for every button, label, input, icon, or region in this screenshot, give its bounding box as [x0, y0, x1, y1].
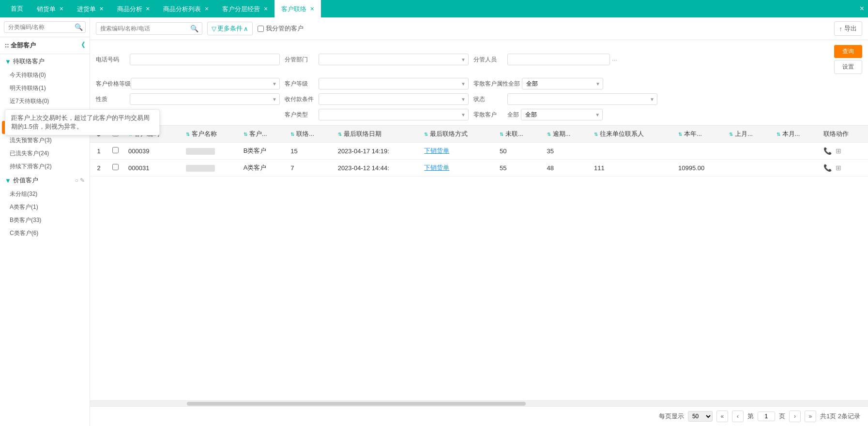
last-method-link-2[interactable]: 下销货单 — [424, 164, 449, 171]
sidebar-search-input[interactable] — [4, 21, 86, 33]
nav-close-sales[interactable]: × — [60, 5, 63, 13]
th-sort-type: ⇅ 客户... — [244, 130, 281, 138]
th-last-method-label[interactable]: 最后联络方式 — [430, 130, 468, 138]
per-page-select[interactable]: 50 100 200 — [688, 411, 713, 422]
nav-item-analysis-list[interactable]: 商品分析列表 × — [156, 0, 215, 17]
table-header-row: ⚙ ⇅ 客户编码 ⇅ — [90, 126, 868, 143]
filter-select-customer-level[interactable] — [319, 78, 469, 89]
next-page-button[interactable]: › — [789, 411, 801, 422]
filter-select-scatter-attr[interactable]: 全部 — [522, 78, 603, 89]
sidebar-item-declining[interactable]: 持续下滑客户(2) — [0, 160, 90, 173]
phone-icon-1[interactable]: 📞 — [823, 147, 832, 155]
cell-name-2 — [181, 160, 239, 176]
last-page-button[interactable]: » — [805, 411, 816, 422]
nav-close-analysis-list[interactable]: × — [205, 5, 209, 13]
sidebar-group-pending[interactable]: ▼ 待联络客户 — [0, 54, 90, 69]
sidebar-item-class-b[interactable]: B类客户(33) — [0, 214, 90, 227]
name-blur-2 — [186, 165, 215, 172]
grid-icon-2[interactable]: ⊞ — [836, 164, 841, 172]
cell-code-1: 000039 — [123, 143, 181, 160]
th-this-month-label[interactable]: 本月... — [782, 130, 800, 138]
table-row: 1 000039 B类客户 15 2023-04-17 14:19: 下销货单 — [90, 143, 868, 160]
nav-item-sales[interactable]: 销货单 × — [30, 0, 70, 17]
filter-field-payment: 收付款条件 ▼ — [285, 93, 469, 105]
table-footer: 每页显示 50 100 200 « ‹ 第 页 › » 共1页 2条记录 — [90, 406, 868, 426]
horizontal-scroll-thumb[interactable] — [187, 402, 526, 406]
filter-search-input[interactable] — [96, 22, 202, 35]
row-checkbox-1[interactable] — [112, 147, 119, 153]
filter-field-customer-level: 客户等级 ▼ — [285, 78, 469, 89]
last-method-link-1[interactable]: 下销货单 — [424, 147, 449, 154]
nav-close-purchase[interactable]: × — [99, 5, 103, 13]
filter-select-price-level[interactable] — [131, 78, 280, 89]
query-button[interactable]: 查询 — [834, 45, 862, 58]
filter-select-status[interactable] — [507, 93, 657, 105]
my-customer-checkbox[interactable] — [258, 26, 264, 32]
sidebar-item-lost[interactable]: 已流失客户(24) — [0, 147, 90, 160]
sidebar-item-7days[interactable]: 近7天待联络(0) — [0, 95, 90, 108]
sidebar-group-value[interactable]: ▼ 价值客户 ○ ✎ — [0, 173, 90, 188]
action-icons-2: 📞 ⊞ — [823, 164, 863, 172]
th-contact-person-label[interactable]: 往来单位联系人 — [600, 130, 644, 138]
nav-close-customer-contact[interactable]: × — [310, 5, 314, 13]
action-icons-1: 📞 ⊞ — [823, 147, 863, 155]
th-sort-contact-person: ⇅ 往来单位联系人 — [594, 130, 669, 138]
nav-item-analysis[interactable]: 商品分析 × — [110, 0, 157, 17]
cell-last-method-1[interactable]: 下销货单 — [419, 143, 495, 160]
filter-select-payment[interactable] — [319, 93, 469, 105]
nav-close-customer-tier[interactable]: × — [264, 5, 268, 13]
phone-icon-2[interactable]: 📞 — [823, 164, 832, 172]
edit-icons[interactable]: ○ ✎ — [75, 177, 85, 184]
sidebar-item-class-c[interactable]: C类客户(6) — [0, 227, 90, 240]
prev-page-button[interactable]: ‹ — [732, 411, 744, 422]
filter-select-customer-type[interactable] — [319, 109, 469, 120]
sidebar-item-at-risk[interactable]: 流失预警客户(3) — [0, 134, 90, 147]
nav-item-home[interactable]: 首页 — [4, 0, 30, 17]
th-last-month: ⇅ 上月... — [724, 126, 771, 143]
filter-label-scatter-attr: 零散客户属性 — [473, 80, 508, 88]
filter-row-1: 电话号码 分管部门 ▼ 分管人员 ··· — [96, 45, 862, 74]
sidebar-item-ungrouped[interactable]: 未分组(32) — [0, 188, 90, 201]
th-name-label[interactable]: 客户名称 — [192, 130, 217, 138]
cell-last-method-2[interactable]: 下销货单 — [419, 160, 495, 176]
horizontal-scrollbar[interactable] — [90, 400, 868, 406]
th-sort-last-month: ⇅ 上月... — [729, 130, 766, 138]
sidebar-item-tomorrow[interactable]: 明天待联络(1) — [0, 82, 90, 95]
row-checkbox-2[interactable] — [112, 164, 119, 170]
first-page-button[interactable]: « — [716, 411, 728, 422]
sidebar-group-value-left: ▼ 价值客户 — [5, 176, 38, 185]
grid-icon-1[interactable]: ⊞ — [836, 147, 841, 155]
page-input[interactable] — [758, 411, 775, 421]
filter-select-scatter-customer[interactable]: 全部 — [521, 109, 603, 120]
set-button[interactable]: 设置 — [834, 60, 862, 74]
th-overdue-label[interactable]: 逾期... — [553, 130, 571, 138]
th-this-year-label[interactable]: 本年... — [684, 130, 702, 138]
filter-select-nature[interactable] — [130, 93, 280, 105]
sidebar-search-area: 🔍 — [0, 17, 90, 37]
export-button[interactable]: ↑ 导出 — [834, 21, 863, 36]
window-close-button[interactable]: × — [860, 0, 864, 17]
nav-close-analysis[interactable]: × — [146, 5, 150, 13]
sidebar-item-today[interactable]: 今天待联络(0) — [0, 69, 90, 82]
nav-item-purchase[interactable]: 进货单 × — [70, 0, 110, 17]
cell-last-date-1: 2023-04-17 14:19: — [333, 143, 420, 160]
manager-dots-button[interactable]: ··· — [612, 56, 617, 63]
filter-search-wrap: 🔍 — [96, 22, 202, 35]
filter-row-4: ··· 客户类型 ▼ 零散客户 全部 全部 — [96, 109, 862, 120]
th-no-contact-label[interactable]: 未联... — [505, 130, 523, 138]
nav-item-customer-contact[interactable]: 客户联络 × — [274, 0, 321, 17]
more-conditions-button[interactable]: ▽ 更多条件 ∧ — [207, 22, 253, 35]
th-last-month-label[interactable]: 上月... — [735, 130, 753, 138]
filter-input-manager[interactable] — [507, 54, 610, 65]
filter-select-dept[interactable] — [319, 54, 469, 65]
nav-item-customer-tier[interactable]: 客户分层经营 × — [215, 0, 274, 17]
filter-input-phone[interactable] — [130, 54, 280, 65]
sidebar-item-class-a[interactable]: A类客户(1) — [0, 201, 90, 214]
th-last-date-label[interactable]: 最后联络日期 — [344, 130, 381, 138]
filter-label-customer-level: 客户等级 — [285, 80, 319, 88]
my-customer-label: 我分管的客户 — [266, 24, 304, 33]
th-contact-count-label[interactable]: 联络... — [296, 130, 314, 138]
th-type-label[interactable]: 客户... — [249, 130, 267, 138]
my-customer-checkbox-wrap[interactable]: 我分管的客户 — [258, 24, 304, 33]
sidebar-collapse-icon[interactable]: 《 — [78, 41, 85, 50]
